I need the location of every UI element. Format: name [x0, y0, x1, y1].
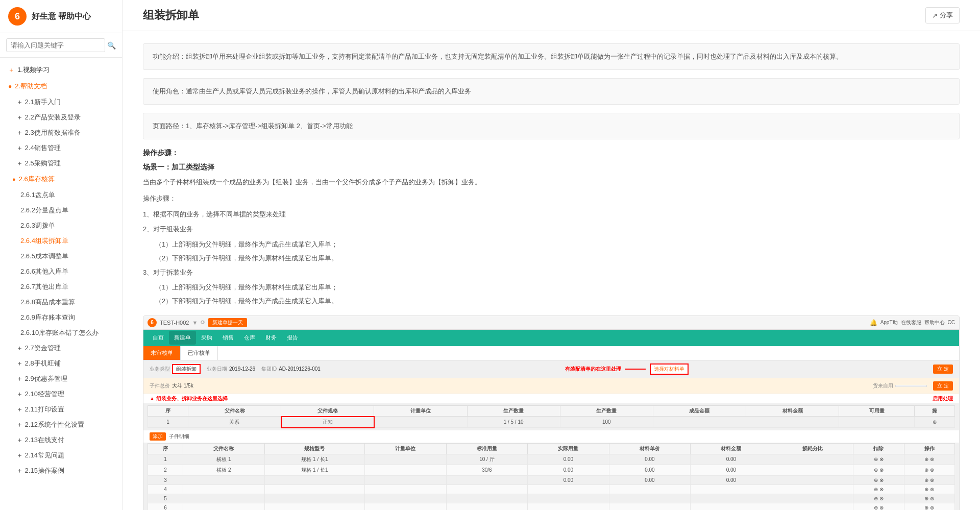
ss-nav-home[interactable]: 自页 — [148, 331, 169, 345]
ss-batch-btn[interactable]: 立 定 — [933, 381, 953, 391]
search-input[interactable] — [6, 38, 105, 52]
sidebar-item-2-7[interactable]: ＋ 2.7资金管理 — [0, 341, 122, 356]
ss-section-btn[interactable]: 添加 — [150, 432, 166, 441]
sidebar-item-2-6-8[interactable]: 2.6.8商品成本重算 — [0, 295, 122, 310]
ss-avatar: CC — [948, 320, 955, 325]
ss-th-9: 可用量 — [839, 405, 915, 417]
sidebar-item-1[interactable]: ＋ 1.视频学习 — [0, 62, 122, 78]
ss-th-2: 父件名称 — [188, 405, 281, 417]
sidebar-item-2-6-3[interactable]: 2.6.3调拨单 — [0, 218, 122, 233]
search-button[interactable]: 🔍 — [107, 41, 116, 50]
ss-th-8: 材料金额 — [746, 405, 839, 417]
sidebar-item-2-3[interactable]: ＋ 2.3使用前数据准备 — [0, 125, 122, 140]
ss-form-row-2: 子件总价 大斗 1/5k 货来自用 立 定 — [143, 378, 959, 394]
ss-annotation-2: ▲ 组装业务、拆卸业务在这里选择 — [150, 395, 228, 402]
ss-bth-6: 实际用量 — [528, 443, 609, 454]
ss-top-table: 序 父件名称 父件规格 计量单位 生产数量 生产数量 成品金额 材料金额 可用量… — [148, 405, 955, 428]
intro-text-1: 功能介绍：组装拆卸单用来处理企业组装或拆卸等加工业务，支持有固定装配清单的产品加… — [153, 53, 843, 60]
ss-bth-3: 规格型号 — [264, 443, 364, 454]
sidebar-item-2-6[interactable]: ● 2.6库存核算 — [0, 171, 122, 187]
sidebar-item-2-6-4[interactable]: 2.6.4组装拆卸单 — [0, 233, 122, 249]
sidebar-item-2-8[interactable]: ＋ 2.8手机旺铺 — [0, 356, 122, 371]
sidebar-item-2-6-6[interactable]: 2.6.6其他入库单 — [0, 264, 122, 279]
ss-topbar: 6 TEST-H002 ▼ ⟳ 新建单据一天 🔔 AppT助 在线客服 帮助中心… — [143, 316, 959, 330]
sidebar-item-2-6-5[interactable]: 2.6.5成本调整单 — [0, 249, 122, 264]
ss-nav-purchase[interactable]: 采购 — [196, 331, 217, 345]
ss-navbar: 自页 新建单 采购 销售 仓库 财务 报告 — [143, 330, 959, 346]
sidebar-item-2-2[interactable]: ＋ 2.2产品安装及登录 — [0, 110, 122, 125]
sub-ops: 操作步骤： — [143, 192, 960, 204]
minus-icon: ● — [8, 83, 12, 90]
ss-th-10: 操 — [914, 405, 954, 417]
logo-icon: 6 — [8, 7, 27, 26]
sidebar-label-1: 1.视频学习 — [17, 65, 50, 75]
ss-bth-1: 序 — [148, 443, 183, 454]
sidebar-item-2-14[interactable]: ＋ 2.14常见问题 — [0, 448, 122, 463]
ss-field-sub-value: 大斗 1/5k — [172, 382, 193, 390]
ss-nav-finance[interactable]: 财务 — [260, 331, 282, 345]
plus-icon: ＋ — [8, 66, 14, 75]
ss-row1-highlighted-cell: 正知 — [281, 417, 374, 428]
ss-field-date-value: 2019-12-26 — [229, 366, 255, 372]
ss-refresh-icon: ⟳ — [201, 319, 205, 326]
sidebar-item-2-1[interactable]: ＋ 2.1新手入门 — [0, 94, 122, 110]
ss-tab-1[interactable]: 未审核单 — [143, 346, 181, 360]
step2-sub1: （1）上部明细为父件明细，最终作为产成品生成某它入库单； — [143, 238, 960, 250]
ss-field-type-value: 组装拆卸 — [172, 364, 201, 374]
sidebar-item-2-12[interactable]: ＋ 2.12系统个性化设置 — [0, 417, 122, 432]
sidebar-item-2[interactable]: ● 2.帮助文档 — [0, 78, 122, 94]
sidebar-item-2-6-10[interactable]: 2.6.10库存账本错了怎么办 — [0, 325, 122, 341]
ss-nav-report[interactable]: 报告 — [282, 331, 303, 345]
sidebar-item-2-10[interactable]: ＋ 2.10经营管理 — [0, 386, 122, 402]
ss-top-row-1: 1 关系 正知 1 / 5 / 10 100 ⊕ — [148, 417, 955, 428]
ss-logo: 6 — [148, 318, 157, 327]
sidebar-label-2-5: ＋ 2.5采购管理 — [16, 159, 61, 167]
ss-th-4: 计量单位 — [374, 405, 467, 417]
sidebar-label-2-4: ＋ 2.4销售管理 — [16, 144, 61, 152]
sidebar-item-2-4[interactable]: ＋ 2.4销售管理 — [0, 140, 122, 156]
sidebar-item-2-9[interactable]: ＋ 2.9优惠券管理 — [0, 371, 122, 386]
sidebar-item-2-13[interactable]: ＋ 2.13在线支付 — [0, 432, 122, 448]
ss-bottom-row-6: 6 ⊕ ⊗ ⊕ ⊗ — [148, 503, 955, 510]
ss-nav-new[interactable]: 新建单 — [169, 331, 196, 345]
ss-bth-8: 材料金额 — [691, 443, 772, 454]
ss-bottom-section-title: 添加 子件明细 — [143, 430, 959, 443]
breadcrumb-block: 页面路径：1、库存核算->库存管理->组装拆卸单 2、首页->常用功能 — [143, 113, 960, 139]
ss-field-warehouse: 货来自用 — [873, 382, 927, 390]
ss-th-3: 父件规格 — [281, 405, 374, 417]
main-header: 组装拆卸单 ↗ 分享 — [122, 0, 980, 31]
sidebar-item-2-6-2[interactable]: 2.6.2分量盘点单 — [0, 203, 122, 218]
sidebar-item-2-15[interactable]: ＋ 2.15操作案例 — [0, 463, 122, 478]
ss-appt: AppT助 — [880, 319, 898, 326]
ss-bottom-table: 序 父件名称 规格型号 计量单位 标准用量 实际用量 材料单价 材料金额 损耗分… — [148, 443, 955, 510]
ss-bottom-table-container: 序 父件名称 规格型号 计量单位 标准用量 实际用量 材料单价 材料金额 损耗分… — [143, 443, 959, 510]
share-icon: ↗ — [932, 12, 938, 19]
ss-annotation-area-1: 有装配清单的在这里处理 选择对材料单 — [327, 363, 927, 375]
sidebar-item-2-5[interactable]: ＋ 2.5采购管理 — [0, 156, 122, 171]
sidebar-item-2-6-9[interactable]: 2.6.9库存账本查询 — [0, 310, 122, 325]
ss-new-btn[interactable]: 新建单据一天 — [208, 318, 247, 327]
ss-processing-btn[interactable]: 选择对材料单 — [650, 363, 689, 375]
ss-help: 帮助中心 — [924, 319, 945, 326]
share-button[interactable]: ↗ 分享 — [925, 7, 960, 23]
ss-field-id: 集团ID AD-20191226-001 — [261, 366, 321, 373]
ss-nav-warehouse[interactable]: 仓库 — [239, 331, 260, 345]
page-title: 组装拆卸单 — [143, 8, 199, 23]
sidebar-item-2-6-1[interactable]: 2.6.1盘点单 — [0, 187, 122, 203]
step1: 1、根据不同的业务，选择不同单据的类型来处理 — [143, 208, 960, 220]
ss-field-type: 业务类型 组装拆卸 — [150, 364, 201, 374]
sidebar-item-2-11[interactable]: ＋ 2.11打印设置 — [0, 402, 122, 417]
logo-bar: 6 好生意 帮助中心 — [0, 0, 122, 33]
ss-tab-2[interactable]: 已审核单 — [181, 346, 218, 360]
scenario-desc: 当由多个子件材料组装成一个成品的业务为【组装】业务，当由一个父件拆分成多个子产品… — [143, 176, 960, 188]
nav-section-1: ＋ 1.视频学习 — [0, 62, 122, 78]
step2-sub2: （2）下部明细为子件明细，最终作为原材料生成某它出库单。 — [143, 252, 960, 264]
nav-tree: ＋ 1.视频学习 ● 2.帮助文档 ＋ 2.1新手入门 ＋ 2.2产品安装及登录… — [0, 58, 122, 510]
ss-nav-sales[interactable]: 销售 — [217, 331, 239, 345]
arrow-line-1 — [625, 369, 646, 370]
ss-bth-7: 材料单价 — [609, 443, 691, 454]
sidebar-item-2-6-7[interactable]: 2.6.7其他出库单 — [0, 279, 122, 295]
ss-confirm-btn[interactable]: 立 定 — [933, 365, 953, 374]
ss-field-id-value: AD-20191226-001 — [279, 366, 321, 372]
ss-field-date-label: 业务日期 — [207, 366, 227, 373]
